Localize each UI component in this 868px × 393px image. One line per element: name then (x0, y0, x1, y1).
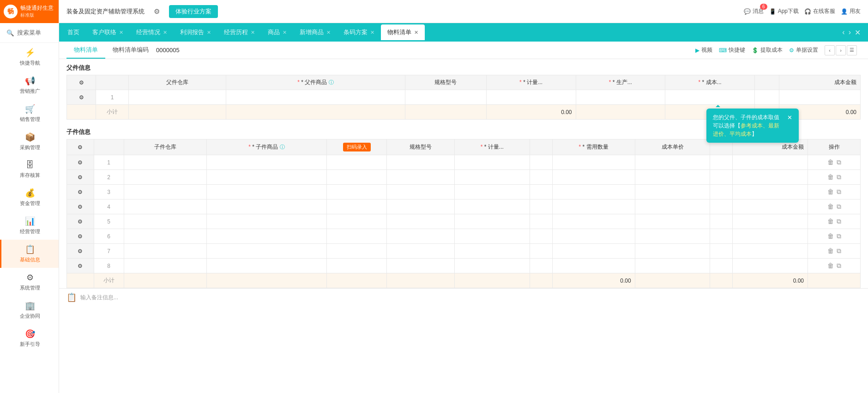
search-menu-button[interactable]: 🔍 搜索菜单 (4, 27, 55, 39)
nav-prev-btn[interactable]: ‹ (825, 45, 835, 55)
child-col-settings[interactable]: ⚙ (67, 139, 94, 155)
child-row6-unit[interactable] (454, 229, 530, 244)
tab-bom-close[interactable]: ✕ (414, 30, 418, 36)
tab-customer[interactable]: 客户联络 ✕ (86, 24, 130, 40)
child-row5-unit[interactable] (454, 214, 530, 229)
cost-toolbar-item[interactable]: 💲 提取成本 (752, 46, 783, 54)
child-row7-spec[interactable] (387, 244, 455, 259)
child-row2-spec[interactable] (387, 170, 455, 185)
child-row7-delete-icon[interactable]: 🗑 (827, 247, 834, 255)
child-row5-settings[interactable]: ⚙ (67, 214, 94, 229)
child-row8-qty[interactable] (552, 259, 635, 273)
tab-barcode-close[interactable]: ✕ (370, 30, 374, 36)
nav-close-all[interactable]: ✕ (853, 28, 862, 37)
child-row7-qty[interactable] (552, 244, 635, 259)
child-col-scan[interactable]: 扫码录入 (327, 139, 387, 155)
child-row1-spec[interactable] (387, 155, 455, 170)
child-row6-spec[interactable] (387, 229, 455, 244)
tab-bom[interactable]: 物料清单 ✕ (381, 24, 425, 40)
tab-profit[interactable]: 利润报告 ✕ (174, 24, 217, 40)
child-row1-unit[interactable] (454, 155, 530, 170)
child-row5-qty[interactable] (552, 214, 635, 229)
subtab-bom-code-label[interactable]: 物料清单编码 (105, 42, 156, 59)
trial-button[interactable]: 体验行业方案 (169, 5, 218, 18)
child-row4-spec[interactable] (387, 200, 455, 214)
app-download-action[interactable]: 📱 App下载 (769, 7, 799, 15)
sidebar-item-guide[interactable]: 🎯 新手引导 (0, 324, 59, 352)
child-row7-copy-icon[interactable]: ⧉ (837, 247, 841, 255)
child-row2-qty[interactable] (552, 170, 635, 185)
child-row8-spec[interactable] (387, 259, 455, 273)
subtab-bom-list[interactable]: 物料清单 (66, 42, 105, 59)
child-row4-delete-icon[interactable]: 🗑 (827, 203, 834, 211)
tab-operations-status-close[interactable]: ✕ (163, 30, 167, 36)
child-row1-warehouse[interactable] (124, 155, 206, 170)
child-row3-unit-cost[interactable] (635, 185, 710, 200)
nav-arrow-right[interactable]: › (847, 28, 853, 36)
tab-history[interactable]: 经营历程 ✕ (217, 24, 261, 40)
parent-row1-settings[interactable]: ⚙ (67, 90, 96, 105)
child-row8-unit[interactable] (454, 259, 530, 273)
child-row6-copy-icon[interactable]: ⧉ (837, 232, 841, 240)
child-row3-spec[interactable] (387, 185, 455, 200)
child-row6-qty[interactable] (552, 229, 635, 244)
sidebar-item-purchase[interactable]: 📦 采购管理 (0, 127, 59, 156)
parent-row1-spec[interactable] (405, 90, 486, 105)
sidebar-item-operations[interactable]: 📊 经营管理 (0, 212, 59, 240)
user-action[interactable]: 👤 用友 (841, 7, 861, 15)
child-row3-delete-icon[interactable]: 🗑 (827, 188, 834, 196)
child-row8-product[interactable] (206, 259, 326, 273)
child-row5-warehouse[interactable] (124, 214, 206, 229)
child-row7-product[interactable] (206, 244, 326, 259)
child-row1-copy-icon[interactable]: ⧉ (837, 158, 841, 166)
child-row5-copy-icon[interactable]: ⧉ (837, 218, 841, 225)
child-row5-spec[interactable] (387, 214, 455, 229)
parent-row1-production[interactable] (576, 90, 665, 105)
child-row2-unit[interactable] (454, 170, 530, 185)
child-row6-delete-icon[interactable]: 🗑 (827, 232, 834, 240)
tab-profit-close[interactable]: ✕ (207, 30, 211, 36)
child-row3-qty[interactable] (552, 185, 635, 200)
tab-new-goods[interactable]: 新增商品 ✕ (293, 24, 337, 40)
child-row5-unit-cost[interactable] (635, 214, 710, 229)
child-row8-settings[interactable]: ⚙ (67, 259, 94, 273)
tooltip-close-btn[interactable]: ✕ (787, 113, 792, 122)
child-row2-settings[interactable]: ⚙ (67, 170, 94, 185)
settings-gear-icon[interactable]: ⚙ (150, 7, 163, 16)
sidebar-item-basic[interactable]: 📋 基础信息 (0, 240, 59, 268)
child-row4-unit[interactable] (454, 200, 530, 214)
child-row1-settings[interactable]: ⚙ (67, 155, 94, 170)
child-row2-copy-icon[interactable]: ⧉ (837, 173, 841, 181)
support-action[interactable]: 🎧 在线客服 (804, 7, 835, 15)
tab-barcode[interactable]: 条码方案 ✕ (337, 24, 381, 40)
nav-next-btn[interactable]: › (836, 45, 846, 55)
child-row8-delete-icon[interactable]: 🗑 (827, 262, 834, 270)
sidebar-item-finance[interactable]: 💰 资金管理 (0, 183, 59, 212)
nav-arrow-left[interactable]: ‹ (840, 28, 846, 36)
child-row4-unit-cost[interactable] (635, 200, 710, 214)
child-row2-unit-cost[interactable] (635, 170, 710, 185)
child-row4-copy-icon[interactable]: ⧉ (837, 203, 841, 211)
sidebar-item-inventory[interactable]: 🗄 库存核算 (0, 156, 59, 183)
child-row7-unit-cost[interactable] (635, 244, 710, 259)
parent-col-settings[interactable]: ⚙ (67, 75, 96, 90)
child-row7-unit[interactable] (454, 244, 530, 259)
sidebar-search-area[interactable]: 🔍 搜索菜单 (0, 23, 59, 43)
child-row6-settings[interactable]: ⚙ (67, 229, 94, 244)
tab-new-goods-close[interactable]: ✕ (326, 30, 331, 36)
parent-row1-product[interactable] (226, 90, 405, 105)
child-row7-warehouse[interactable] (124, 244, 206, 259)
settings-toolbar-item[interactable]: ⚙ 单据设置 (789, 46, 818, 54)
tab-goods[interactable]: 商品 ✕ (261, 24, 293, 40)
sidebar-item-enterprise[interactable]: 🏢 企业协同 (0, 296, 59, 324)
tab-customer-close[interactable]: ✕ (119, 30, 123, 36)
child-row2-product[interactable] (206, 170, 326, 185)
nav-list-btn[interactable]: ☰ (847, 45, 857, 55)
child-row7-settings[interactable]: ⚙ (67, 244, 94, 259)
child-row4-warehouse[interactable] (124, 200, 206, 214)
child-row3-product[interactable] (206, 185, 326, 200)
child-row3-settings[interactable]: ⚙ (67, 185, 94, 200)
child-row6-unit-cost[interactable] (635, 229, 710, 244)
child-row1-qty[interactable] (552, 155, 635, 170)
child-row1-product[interactable] (206, 155, 326, 170)
